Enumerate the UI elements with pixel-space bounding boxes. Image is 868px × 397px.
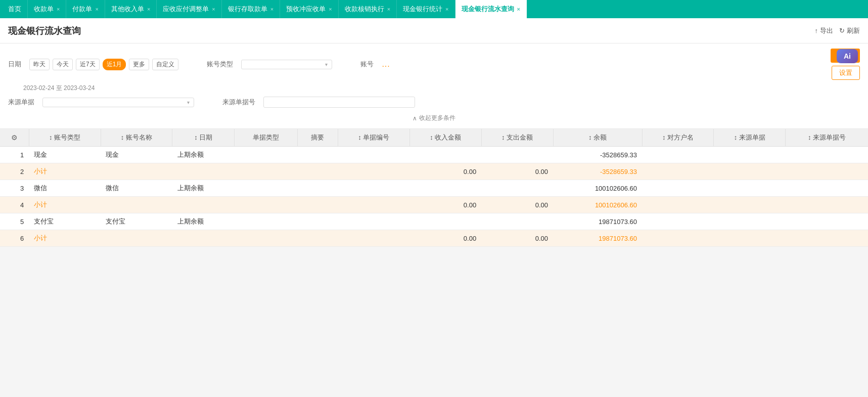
date-btn-1month[interactable]: 近1月 — [103, 59, 126, 70]
close-icon[interactable]: × — [57, 6, 60, 12]
collapse-icon: ∧ — [413, 115, 417, 122]
gear-icon[interactable]: ⚙ — [11, 134, 18, 142]
date-btn-yesterday[interactable]: 昨天 — [29, 59, 50, 70]
col-source-doc-no: ↕ 来源单据号 — [786, 129, 868, 147]
top-nav: 首页 收款单 × 付款单 × 其他收入单 × 应收应付调整单 × 银行存取款单 … — [0, 0, 868, 18]
col-summary: 摘要 — [297, 129, 338, 147]
nav-home[interactable]: 首页 — [2, 0, 28, 18]
nav-bank-deposit[interactable]: 银行存取款单 × — [222, 0, 280, 18]
source-doc-label: 来源单据 — [8, 98, 34, 107]
nav-receipt[interactable]: 收款单 × — [28, 0, 66, 18]
filter-area: 日期 昨天 今天 近7天 近1月 更多 自定义 账号类型 ▾ 账号 ... 查询… — [0, 43, 868, 129]
col-date: ↕ 日期 — [172, 129, 235, 147]
col-counterparty: ↕ 对方户名 — [642, 129, 714, 147]
col-income: ↕ 收入金额 — [409, 129, 481, 147]
account-ellipsis-button[interactable]: ... — [382, 60, 390, 69]
setting-button[interactable]: 设置 — [832, 66, 860, 80]
source-doc-select[interactable]: ▾ — [42, 98, 194, 107]
export-button[interactable]: ↑ 导出 — [815, 26, 834, 35]
close-icon[interactable]: × — [95, 6, 98, 12]
close-icon[interactable]: × — [517, 6, 520, 12]
table-row: 4小计0.000.00100102606.60 — [0, 197, 868, 213]
filter-row-2: 来源单据 ▾ 来源单据号 — [8, 97, 860, 108]
account-type-select[interactable]: ▾ — [241, 60, 332, 69]
page-title: 现金银行流水查询 — [8, 25, 81, 37]
nav-adjustment[interactable]: 应收应付调整单 × — [157, 0, 221, 18]
chevron-down-icon: ▾ — [325, 62, 328, 67]
source-doc-no-label: 来源单据号 — [222, 98, 255, 107]
nav-bank-stats[interactable]: 现金银行统计 × — [397, 0, 455, 18]
col-doc-type: 单据类型 — [235, 129, 298, 147]
refresh-icon: ↻ — [839, 27, 845, 34]
export-icon: ↑ — [815, 27, 818, 34]
source-doc-no-input[interactable] — [263, 97, 415, 108]
close-icon[interactable]: × — [147, 6, 150, 12]
col-gear[interactable]: ⚙ — [0, 129, 29, 147]
close-icon[interactable]: × — [329, 6, 332, 12]
nav-payment[interactable]: 付款单 × — [66, 0, 105, 18]
header-actions: ↑ 导出 ↻ 刷新 — [815, 26, 860, 35]
col-expense: ↕ 支出金额 — [481, 129, 553, 147]
date-btn-today[interactable]: 今天 — [53, 59, 73, 70]
nav-verify[interactable]: 收款核销执行 × — [339, 0, 397, 18]
date-btn-7days[interactable]: 近7天 — [76, 59, 100, 70]
nav-bank-flow[interactable]: 现金银行流水查询 × — [455, 0, 527, 18]
col-account-type: ↕ 账号类型 — [29, 129, 101, 147]
col-doc-no: ↕ 单据编号 — [338, 129, 409, 147]
col-account-name: ↕ 账号名称 — [101, 129, 172, 147]
data-table: ⚙ ↕ 账号类型 ↕ 账号名称 ↕ 日期 单据类型 摘要 ↕ 单据编号 ↕ 收入… — [0, 129, 868, 247]
table-row: 3微信微信上期余额100102606.60 — [0, 180, 868, 197]
close-icon[interactable]: × — [212, 6, 215, 12]
col-balance: ↕ 余额 — [553, 129, 642, 147]
table-header: ⚙ ↕ 账号类型 ↕ 账号名称 ↕ 日期 单据类型 摘要 ↕ 单据编号 ↕ 收入… — [0, 129, 868, 147]
chevron-down-icon: ▾ — [187, 100, 190, 105]
table-row: 6小计0.000.0019871073.60 — [0, 230, 868, 247]
collapse-button[interactable]: ∧ 收起更多条件 — [8, 112, 860, 125]
account-label: 账号 — [360, 60, 374, 69]
table-body: 1现金现金上期余额-3528659.332小计0.000.00-3528659.… — [0, 147, 868, 247]
close-icon[interactable]: × — [270, 6, 273, 12]
page-header: 现金银行流水查询 ↑ 导出 ↻ 刷新 — [0, 18, 868, 43]
refresh-button[interactable]: ↻ 刷新 — [839, 26, 860, 35]
table-row: 2小计0.000.00-3528659.33 — [0, 163, 868, 180]
date-btn-more[interactable]: 更多 — [129, 59, 149, 70]
filter-row-1: 日期 昨天 今天 近7天 近1月 更多 自定义 账号类型 ▾ 账号 ... 查询… — [8, 49, 860, 80]
nav-other-income[interactable]: 其他收入单 × — [105, 0, 157, 18]
date-btn-custom[interactable]: 自定义 — [152, 59, 178, 70]
date-filter-label: 日期 — [8, 60, 21, 69]
nav-advance[interactable]: 预收冲应收单 × — [280, 0, 338, 18]
date-buttons: 昨天 今天 近7天 近1月 更多 自定义 — [29, 59, 178, 70]
col-source-doc: ↕ 来源单据 — [714, 129, 786, 147]
close-icon[interactable]: × — [387, 6, 390, 12]
account-type-label: 账号类型 — [207, 60, 233, 69]
date-range-text: 2023-02-24 至 2023-03-24 — [23, 84, 95, 93]
table-row: 1现金现金上期余额-3528659.33 — [0, 147, 868, 163]
table-container: ⚙ ↕ 账号类型 ↕ 账号名称 ↕ 日期 单据类型 摘要 ↕ 单据编号 ↕ 收入… — [0, 129, 868, 247]
ai-button[interactable]: Ai — [837, 49, 858, 63]
close-icon[interactable]: × — [445, 6, 448, 12]
table-row: 5支付宝支付宝上期余额19871073.60 — [0, 213, 868, 230]
